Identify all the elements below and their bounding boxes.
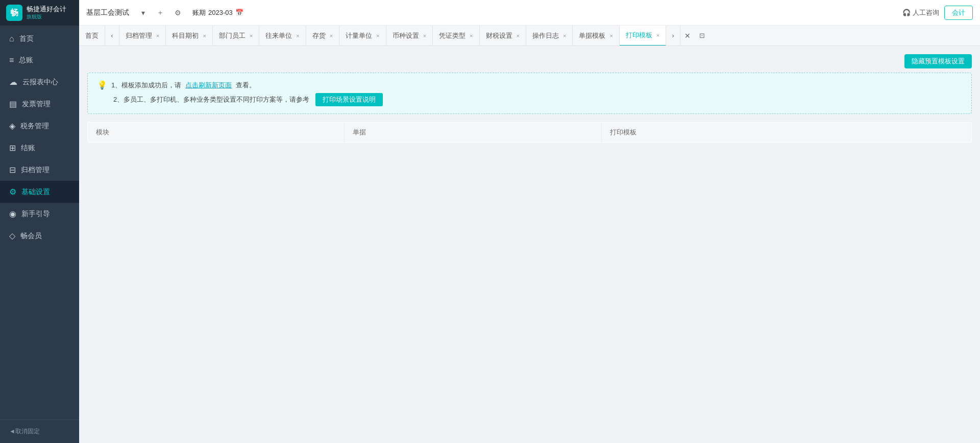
tab-label-currency: 币种设置	[393, 31, 419, 40]
tab-archive[interactable]: 归档管理 ×	[119, 26, 166, 46]
tab-label-archive: 归档管理	[126, 31, 152, 40]
sidebar-label-reports: 云报表中心	[22, 78, 58, 87]
tab-label-voucher: 凭证类型	[439, 31, 465, 40]
headset-icon: 🎧	[902, 9, 911, 16]
col-voucher: 单据	[345, 123, 601, 143]
tab-print[interactable]: 打印模板 ×	[620, 26, 666, 46]
cloud-icon: ☁	[9, 77, 17, 87]
sidebar-item-settings[interactable]: ⚙ 基础设置	[0, 181, 79, 203]
tax-icon: ◈	[9, 121, 15, 131]
logo-edition: 旗舰版	[27, 13, 66, 20]
kuaiji-button[interactable]: 会计	[944, 6, 973, 20]
period-value: 2023-03	[208, 9, 233, 16]
tab-close-dept[interactable]: ×	[250, 33, 253, 39]
tab-nav-right[interactable]: ›	[666, 26, 680, 46]
sidebar-label-invoice: 发票管理	[22, 100, 51, 109]
sidebar-label-member: 畅会员	[20, 231, 42, 241]
tab-label-single: 单据模板	[579, 31, 605, 40]
sidebar-label-ledger: 总账	[19, 56, 33, 65]
tab-label-finance: 财税设置	[486, 31, 512, 40]
sidebar-item-invoice[interactable]: ▤ 发票管理	[0, 93, 79, 115]
tab-currency[interactable]: 币种设置 ×	[386, 26, 433, 46]
tab-close-single[interactable]: ×	[609, 33, 612, 39]
notice-line1-suffix: 查看。	[236, 81, 256, 90]
sidebar-label-close: 结账	[21, 144, 35, 153]
tab-nav-left[interactable]: ‹	[105, 26, 119, 46]
tab-home[interactable]: 首页	[79, 26, 105, 46]
main-area: 基层工会测试 ▾ ＋ ⚙ 账期 2023-03 📅 🎧 人工咨询 会计 首页 ‹…	[79, 0, 980, 443]
notice-line2: 2、多员工、多打印机、多种业务类型设置不同打印方案等，请参考	[113, 95, 309, 104]
sidebar-nav: ⌂ 首页 ≡ 总账 ☁ 云报表中心 ▤ 发票管理 ◈ 税务管理 ⊞ 结账 ⊟ 归…	[0, 26, 79, 419]
tabbar: 首页 ‹ 归档管理 × 科目期初 × 部门员工 × 往来单位 × 存货 × 计量…	[79, 26, 980, 46]
sidebar-item-archive[interactable]: ⊟ 归档管理	[0, 159, 79, 181]
tab-close-archive[interactable]: ×	[156, 33, 159, 39]
tab-finance[interactable]: 财税设置 ×	[480, 26, 526, 46]
tab-label-suppliers: 往来单位	[265, 31, 292, 40]
hide-preset-btn[interactable]: 隐藏预置模板设置	[904, 54, 972, 68]
add-icon[interactable]: ＋	[154, 6, 167, 19]
dropdown-icon[interactable]: ▾	[136, 6, 150, 19]
close-account-icon: ⊞	[9, 143, 16, 153]
sidebar-label-tax: 税务管理	[20, 122, 49, 131]
logo-name: 畅捷通好会计	[27, 5, 66, 14]
tab-close-finance[interactable]: ×	[517, 33, 520, 39]
notice-refresh-link[interactable]: 点击刷新新页面	[185, 81, 232, 90]
sidebar: 畅 畅捷通好会计 旗舰版 ⌂ 首页 ≡ 总账 ☁ 云报表中心 ▤ 发票管理 ◈ …	[0, 0, 79, 443]
tab-close-all[interactable]: ✕	[680, 26, 695, 46]
topbar-actions: ▾ ＋ ⚙	[136, 6, 184, 19]
tab-close-measure[interactable]: ×	[376, 33, 379, 39]
sidebar-item-guide[interactable]: ◉ 新手引导	[0, 203, 79, 225]
topbar-right: 🎧 人工咨询 会计	[902, 6, 973, 20]
tab-label-print: 打印模板	[626, 31, 652, 40]
tab-close-suppliers[interactable]: ×	[296, 33, 299, 39]
sidebar-item-close[interactable]: ⊞ 结账	[0, 137, 79, 159]
invoice-icon: ▤	[9, 99, 17, 109]
sidebar-label-settings: 基础设置	[21, 188, 50, 197]
archive-icon: ⊟	[9, 165, 16, 175]
service-button[interactable]: 🎧 人工咨询	[902, 8, 939, 17]
tab-dept[interactable]: 部门员工 ×	[213, 26, 259, 46]
sidebar-logo: 畅 畅捷通好会计 旗舰版	[0, 0, 79, 26]
member-icon: ◇	[9, 231, 15, 241]
tab-expand[interactable]: ⊡	[695, 26, 709, 46]
tab-voucher[interactable]: 凭证类型 ×	[433, 26, 479, 46]
sidebar-item-ledger[interactable]: ≡ 总账	[0, 50, 79, 71]
tab-close-voucher[interactable]: ×	[470, 33, 473, 39]
tab-suppliers[interactable]: 往来单位 ×	[259, 26, 306, 46]
col-module: 模块	[88, 123, 345, 143]
sidebar-label-home: 首页	[19, 34, 34, 43]
tab-label-measure: 计量单位	[346, 31, 372, 40]
sidebar-item-member[interactable]: ◇ 畅会员	[0, 225, 79, 247]
settings-icon: ⚙	[9, 187, 16, 197]
tab-close-oplog[interactable]: ×	[563, 33, 566, 39]
bulb-icon: 💡	[97, 80, 107, 90]
tab-close-print[interactable]: ×	[656, 32, 659, 38]
tab-single[interactable]: 单据模板 ×	[573, 26, 619, 46]
sidebar-item-reports[interactable]: ☁ 云报表中心	[0, 71, 79, 93]
tab-measure[interactable]: 计量单位 ×	[339, 26, 386, 46]
logo-icon: 畅	[6, 5, 22, 21]
notice-row-2: 2、多员工、多打印机、多种业务类型设置不同打印方案等，请参考 打印场景设置说明	[97, 93, 962, 106]
service-label: 人工咨询	[913, 8, 939, 17]
guide-icon: ◉	[9, 209, 16, 219]
sidebar-unpin[interactable]: ◄取消固定	[0, 419, 79, 443]
company-name: 基层工会测试	[86, 8, 129, 17]
tab-close-inventory[interactable]: ×	[330, 33, 333, 39]
tab-oplog[interactable]: 操作日志 ×	[526, 26, 573, 46]
tab-close-currency[interactable]: ×	[423, 33, 426, 39]
period-label: 账期	[192, 8, 206, 17]
tab-inventory[interactable]: 存货 ×	[306, 26, 339, 46]
calendar-icon[interactable]: 📅	[235, 9, 243, 16]
sidebar-item-tax[interactable]: ◈ 税务管理	[0, 115, 79, 137]
sidebar-label-guide: 新手引导	[21, 209, 50, 219]
tab-label-inventory: 存货	[312, 31, 326, 40]
sidebar-label-archive: 归档管理	[21, 166, 50, 175]
tab-label-oplog: 操作日志	[532, 31, 559, 40]
tab-close-subjects[interactable]: ×	[203, 33, 206, 39]
print-template-table: 模块 单据 打印模板	[87, 122, 972, 143]
print-scene-btn[interactable]: 打印场景设置说明	[315, 93, 383, 106]
ledger-icon: ≡	[9, 56, 14, 65]
sidebar-item-home[interactable]: ⌂ 首页	[0, 28, 79, 50]
settings-gear-icon[interactable]: ⚙	[171, 6, 184, 19]
tab-subjects[interactable]: 科目期初 ×	[166, 26, 212, 46]
